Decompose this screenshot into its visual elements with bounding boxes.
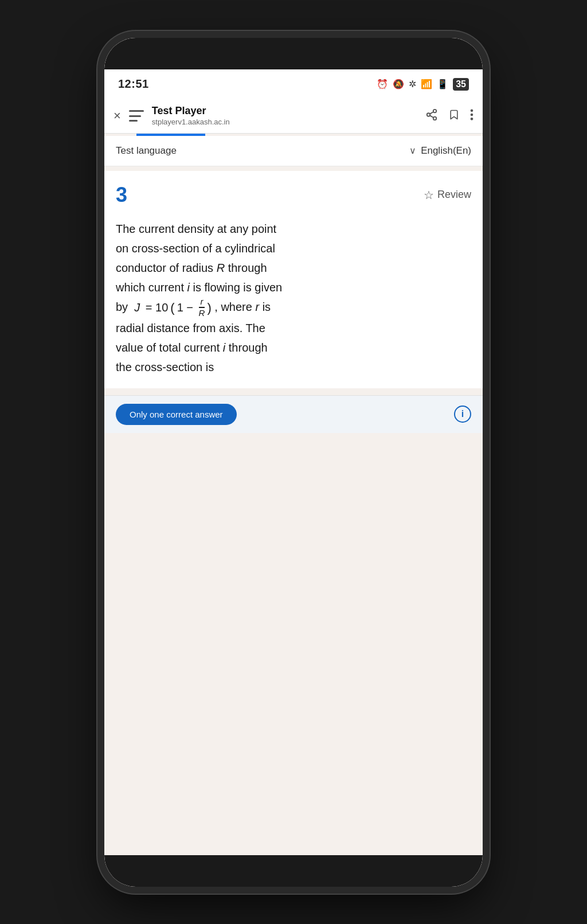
browser-url: stplayerv1.aakash.ac.in — [152, 118, 417, 127]
browser-actions — [425, 108, 473, 124]
svg-line-3 — [430, 115, 433, 118]
question-line-6: radial distance from axis. The — [116, 318, 471, 338]
alarm-icon: ⏰ — [377, 79, 388, 89]
star-icon: ☆ — [424, 188, 434, 202]
bookmark-icon[interactable] — [448, 108, 460, 124]
info-icon[interactable]: i — [454, 406, 471, 423]
svg-point-5 — [471, 109, 473, 112]
language-selector[interactable]: ∨ English(En) — [409, 145, 471, 157]
reader-mode-icon[interactable] — [129, 110, 144, 122]
math-formula: J = 10 ( 1 − r R ) — [134, 297, 211, 318]
mute-icon: 🔕 — [393, 79, 404, 89]
wifi-icon: 📶 — [421, 79, 432, 89]
question-line-5: by J = 10 ( 1 − r R ) , w — [116, 297, 471, 318]
menu-line-2 — [129, 115, 141, 117]
question-body: The current density at any point on cros… — [116, 219, 471, 377]
variable-r: r — [255, 301, 259, 313]
menu-line-3 — [129, 120, 138, 122]
chevron-down-icon: ∨ — [409, 145, 416, 156]
browser-title-area: Test Player stplayerv1.aakash.ac.in — [152, 105, 417, 126]
question-header: 3 ☆ Review — [116, 185, 471, 205]
share-icon[interactable] — [425, 108, 438, 124]
svg-point-6 — [471, 113, 473, 116]
bluetooth-icon: ✲ — [409, 79, 416, 89]
question-line-2: on cross-section of a cylindrical — [116, 239, 471, 258]
svg-line-4 — [430, 111, 433, 114]
fraction-r-R: r R — [199, 297, 205, 318]
browser-toolbar: × Test Player stplayerv1.aakash.ac.in — [104, 99, 483, 134]
browser-page-title: Test Player — [152, 105, 417, 118]
more-options-icon[interactable] — [470, 108, 473, 124]
variable-R: R — [217, 262, 225, 274]
question-number: 3 — [116, 185, 127, 205]
question-line-3: conductor of radius R through — [116, 258, 471, 278]
answer-type-button[interactable]: Only one correct answer — [116, 404, 237, 425]
language-bar: Test language ∨ English(En) — [104, 136, 483, 166]
question-line-7: value of total current i through — [116, 338, 471, 357]
language-value: English(En) — [421, 145, 471, 157]
status-icons: ⏰ 🔕 ✲ 📶 📱 35 — [377, 78, 469, 91]
question-section: 3 ☆ Review The current density at any po… — [104, 171, 483, 388]
signal-icon: 📱 — [437, 79, 448, 89]
close-button[interactable]: × — [114, 110, 121, 122]
battery-badge: 35 — [453, 78, 469, 91]
status-time: 12:51 — [118, 77, 149, 91]
question-line-8: the cross-section is — [116, 357, 471, 377]
language-label: Test language — [116, 145, 177, 157]
phone-frame: 12:51 ⏰ 🔕 ✲ 📶 📱 35 × Test Player stplaye… — [104, 38, 483, 887]
variable-i2: i — [223, 341, 225, 354]
svg-point-7 — [471, 118, 473, 120]
review-button[interactable]: ☆ Review — [424, 188, 471, 202]
review-label: Review — [437, 189, 471, 201]
status-bar: 12:51 ⏰ 🔕 ✲ 📶 📱 35 — [104, 69, 483, 99]
menu-line-1 — [129, 110, 144, 112]
screen: 12:51 ⏰ 🔕 ✲ 📶 📱 35 × Test Player stplaye… — [104, 69, 483, 855]
question-line-4: which current i is flowing is given — [116, 278, 471, 297]
answer-section: Only one correct answer i — [104, 395, 483, 433]
variable-i: i — [187, 281, 190, 294]
content-area[interactable]: Test language ∨ English(En) 3 ☆ Review — [104, 136, 483, 855]
question-line-1: The current density at any point — [116, 219, 471, 239]
